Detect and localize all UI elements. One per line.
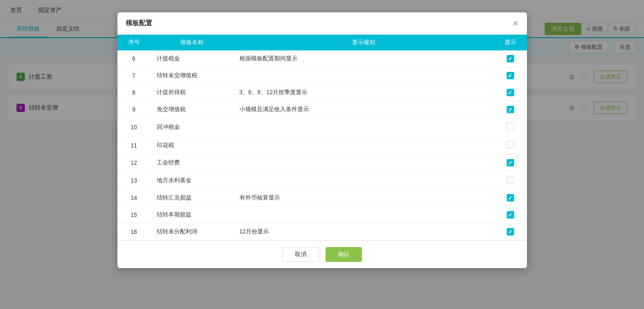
cell-name: 回冲税金	[151, 118, 233, 136]
cell-seq: 10	[117, 118, 151, 136]
col-name: 模板名称	[151, 35, 233, 50]
cell-rule	[233, 67, 494, 84]
col-seq: 序号	[117, 35, 151, 50]
checkbox-11[interactable]	[507, 141, 514, 148]
checkbox-14[interactable]	[507, 194, 514, 202]
cell-seq: 15	[117, 207, 151, 223]
modal-overlay: 模板配置 ✕ 序号 模板名称 显示规则 显示 6计提税金根据模板配置期间显示7结…	[0, 0, 644, 309]
cell-seq: 13	[117, 171, 151, 190]
config-table: 序号 模板名称 显示规则 显示 6计提税金根据模板配置期间显示7结转未交增值税8…	[117, 35, 527, 240]
cell-seq: 12	[117, 154, 151, 171]
checkbox-9[interactable]	[507, 106, 514, 113]
table-body: 6计提税金根据模板配置期间显示7结转未交增值税8计提所得税3、6、9、12月按季…	[117, 50, 527, 240]
cell-checkbox[interactable]	[494, 84, 527, 101]
cell-seq: 14	[117, 190, 151, 207]
cell-checkbox[interactable]	[494, 50, 527, 67]
cell-name: 印花税	[151, 136, 233, 154]
col-rule: 显示规则	[233, 35, 494, 50]
col-display: 显示	[494, 35, 527, 50]
modal-footer: 取消 确认	[117, 240, 527, 268]
cell-checkbox[interactable]	[494, 67, 527, 84]
checkbox-8[interactable]	[507, 89, 514, 96]
modal-close-button[interactable]: ✕	[512, 20, 519, 27]
modal-title: 模板配置	[126, 19, 152, 28]
checkbox-16[interactable]	[507, 228, 514, 235]
cell-checkbox[interactable]	[494, 171, 527, 190]
table-row: 12工会经费	[117, 154, 527, 171]
cell-name: 结转未分配利润	[151, 223, 233, 240]
cell-checkbox[interactable]	[494, 207, 527, 223]
cell-rule	[233, 154, 494, 171]
checkbox-10[interactable]	[507, 123, 514, 130]
confirm-button[interactable]: 确认	[326, 247, 362, 262]
table-row: 15结转本期损益	[117, 207, 527, 223]
table-row: 16结转未分配利润12月份显示	[117, 223, 527, 240]
cell-name: 结转汇兑损益	[151, 190, 233, 207]
template-config-modal: 模板配置 ✕ 序号 模板名称 显示规则 显示 6计提税金根据模板配置期间显示7结…	[117, 12, 527, 268]
cancel-button[interactable]: 取消	[282, 247, 319, 262]
checkbox-12[interactable]	[507, 159, 514, 166]
cell-name: 结转本期损益	[151, 207, 233, 223]
table-row: 11印花税	[117, 136, 527, 154]
cell-name: 计提税金	[151, 50, 233, 67]
cell-checkbox[interactable]	[494, 223, 527, 240]
cell-name: 地方水利基金	[151, 171, 233, 190]
checkbox-7[interactable]	[507, 72, 514, 79]
cell-rule	[233, 207, 494, 223]
cell-name: 免交增值税	[151, 101, 233, 118]
table-row: 14结转汇兑损益有外币核算显示	[117, 190, 527, 207]
cell-seq: 16	[117, 223, 151, 240]
cell-seq: 8	[117, 84, 151, 101]
modal-body: 序号 模板名称 显示规则 显示 6计提税金根据模板配置期间显示7结转未交增值税8…	[117, 35, 527, 240]
checkbox-15[interactable]	[507, 211, 514, 219]
checkbox-6[interactable]	[507, 55, 514, 62]
cell-rule: 有外币核算显示	[233, 190, 494, 207]
cell-checkbox[interactable]	[494, 118, 527, 136]
cell-rule	[233, 118, 494, 136]
cell-checkbox[interactable]	[494, 136, 527, 154]
cell-rule	[233, 171, 494, 190]
cell-checkbox[interactable]	[494, 101, 527, 118]
cell-seq: 11	[117, 136, 151, 154]
cell-rule: 小规模且满足收入条件显示	[233, 101, 494, 118]
cell-checkbox[interactable]	[494, 154, 527, 171]
cell-seq: 7	[117, 67, 151, 84]
table-row: 9免交增值税小规模且满足收入条件显示	[117, 101, 527, 118]
cell-rule	[233, 136, 494, 154]
cell-rule: 12月份显示	[233, 223, 494, 240]
cell-name: 计提所得税	[151, 84, 233, 101]
cell-seq: 9	[117, 101, 151, 118]
table-row: 6计提税金根据模板配置期间显示	[117, 50, 527, 67]
table-row: 8计提所得税3、6、9、12月按季度显示	[117, 84, 527, 101]
cell-checkbox[interactable]	[494, 190, 527, 207]
table-row: 7结转未交增值税	[117, 67, 527, 84]
checkbox-13[interactable]	[507, 176, 514, 183]
cell-name: 结转未交增值税	[151, 67, 233, 84]
cell-name: 工会经费	[151, 154, 233, 171]
modal-header: 模板配置 ✕	[117, 12, 527, 35]
table-row: 13地方水利基金	[117, 171, 527, 190]
table-row: 10回冲税金	[117, 118, 527, 136]
cell-rule: 3、6、9、12月按季度显示	[233, 84, 494, 101]
cell-seq: 6	[117, 50, 151, 67]
cell-rule: 根据模板配置期间显示	[233, 50, 494, 67]
table-header-row: 序号 模板名称 显示规则 显示	[117, 35, 527, 50]
